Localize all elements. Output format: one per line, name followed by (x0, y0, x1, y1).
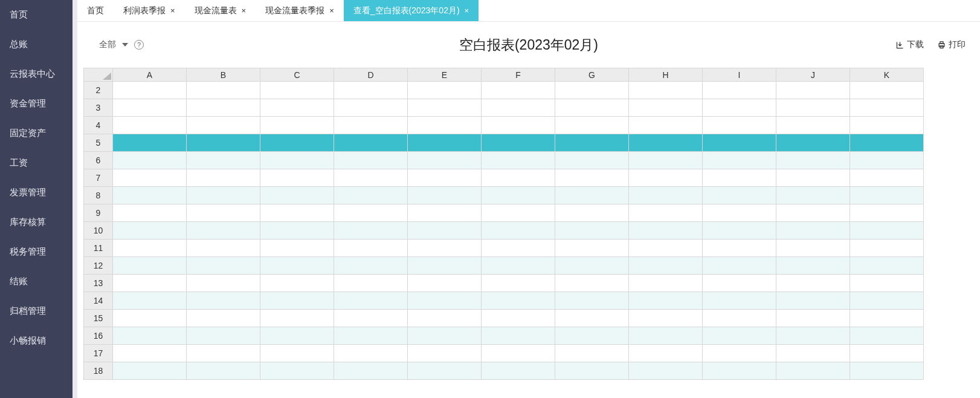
cell[interactable] (482, 187, 555, 204)
sidebar-item-fixed-assets[interactable]: 固定资产 (0, 119, 77, 148)
cell[interactable] (187, 222, 260, 240)
cell[interactable] (334, 222, 408, 240)
cell[interactable] (482, 134, 555, 152)
cell[interactable] (776, 222, 850, 240)
cell[interactable] (408, 169, 482, 187)
cell[interactable] (187, 117, 260, 134)
cell[interactable] (555, 345, 629, 362)
cell[interactable] (850, 240, 924, 257)
cell[interactable] (850, 222, 924, 240)
cell[interactable] (113, 152, 187, 169)
cell[interactable] (629, 82, 703, 99)
row-header[interactable]: 12 (84, 257, 113, 275)
row-header[interactable]: 3 (84, 99, 113, 117)
cell[interactable] (334, 187, 408, 204)
column-header[interactable]: H (629, 68, 703, 82)
cell[interactable] (703, 99, 776, 117)
cell[interactable] (555, 187, 629, 204)
row-header[interactable]: 17 (84, 345, 113, 362)
cell[interactable] (850, 169, 924, 187)
cell[interactable] (187, 152, 260, 169)
sidebar-item-expense[interactable]: 小畅报销 (0, 326, 77, 356)
cell[interactable] (113, 345, 187, 362)
column-header[interactable]: J (776, 68, 850, 82)
column-header[interactable]: A (113, 68, 187, 82)
cell[interactable] (555, 99, 629, 117)
cell[interactable] (776, 117, 850, 134)
cell[interactable] (776, 362, 850, 380)
cell[interactable] (555, 310, 629, 327)
cell[interactable] (482, 169, 555, 187)
cell[interactable] (629, 240, 703, 257)
cell[interactable] (629, 292, 703, 310)
cell[interactable] (113, 362, 187, 380)
close-icon[interactable]: × (170, 7, 175, 15)
cell[interactable] (703, 117, 776, 134)
cell[interactable] (629, 327, 703, 345)
row-header[interactable]: 15 (84, 310, 113, 327)
cell[interactable] (482, 310, 555, 327)
cell[interactable] (187, 292, 260, 310)
cell[interactable] (555, 275, 629, 292)
row-header[interactable]: 8 (84, 187, 113, 204)
cell[interactable] (703, 169, 776, 187)
cell[interactable] (260, 134, 334, 152)
cell[interactable] (260, 292, 334, 310)
cell[interactable] (334, 275, 408, 292)
sidebar-item-tax[interactable]: 税务管理 (0, 237, 77, 267)
cell[interactable] (629, 99, 703, 117)
cell[interactable] (850, 99, 924, 117)
cell[interactable] (555, 222, 629, 240)
cell[interactable] (187, 257, 260, 275)
column-header[interactable]: K (850, 68, 924, 82)
cell[interactable] (187, 82, 260, 99)
row-header[interactable]: 14 (84, 292, 113, 310)
cell[interactable] (776, 345, 850, 362)
cell[interactable] (482, 204, 555, 222)
sidebar-item-ledger[interactable]: 总账 (0, 30, 77, 59)
help-icon[interactable]: ? (134, 40, 144, 50)
tab-home[interactable]: 首页 (77, 0, 114, 21)
row-header[interactable]: 10 (84, 222, 113, 240)
cell[interactable] (187, 134, 260, 152)
cell[interactable] (703, 327, 776, 345)
row-header[interactable]: 4 (84, 117, 113, 134)
cell[interactable] (850, 292, 924, 310)
cell[interactable] (260, 152, 334, 169)
cell[interactable] (482, 362, 555, 380)
cell[interactable] (776, 275, 850, 292)
cell[interactable] (260, 222, 334, 240)
cell[interactable] (187, 99, 260, 117)
cell[interactable] (850, 327, 924, 345)
column-header[interactable]: G (555, 68, 629, 82)
cell[interactable] (850, 117, 924, 134)
cell[interactable] (703, 204, 776, 222)
cell[interactable] (113, 240, 187, 257)
cell[interactable] (482, 275, 555, 292)
column-header[interactable]: D (334, 68, 408, 82)
cell[interactable] (703, 292, 776, 310)
column-header[interactable]: C (260, 68, 334, 82)
print-button[interactable]: 打印 (937, 39, 965, 50)
cell[interactable] (850, 310, 924, 327)
row-header[interactable]: 7 (84, 169, 113, 187)
cell[interactable] (408, 204, 482, 222)
tab-cashflow-quarterly[interactable]: 现金流量表季报 × (256, 0, 344, 21)
cell[interactable] (482, 345, 555, 362)
sidebar-item-invoice[interactable]: 发票管理 (0, 178, 77, 207)
tab-profit-quarterly[interactable]: 利润表季报 × (114, 0, 185, 21)
cell[interactable] (334, 152, 408, 169)
cell[interactable] (482, 222, 555, 240)
row-header[interactable]: 13 (84, 275, 113, 292)
cell[interactable] (260, 257, 334, 275)
cell[interactable] (113, 292, 187, 310)
cell[interactable] (629, 134, 703, 152)
cell[interactable] (408, 240, 482, 257)
cell[interactable] (776, 169, 850, 187)
cell[interactable] (629, 169, 703, 187)
row-header[interactable]: 6 (84, 152, 113, 169)
cell[interactable] (334, 204, 408, 222)
cell[interactable] (334, 257, 408, 275)
cell[interactable] (187, 275, 260, 292)
cell[interactable] (850, 152, 924, 169)
